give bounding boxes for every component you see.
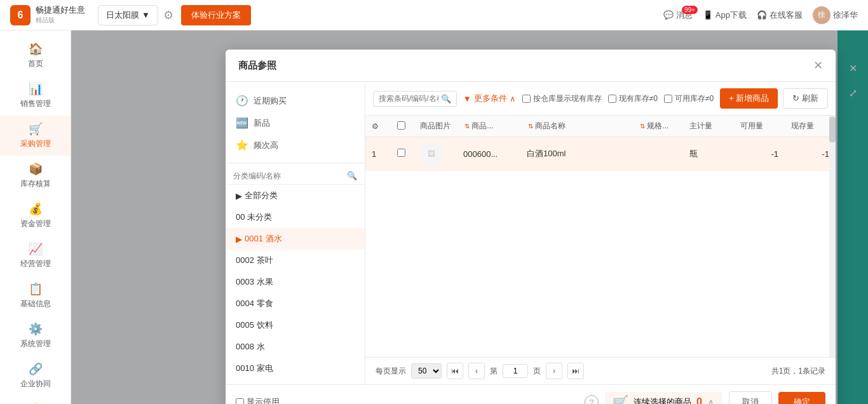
warehouse-label: 按仓库显示现有库存 [533,93,602,104]
sidebar-item-guide[interactable]: 🌟 新手引导 [0,396,71,404]
cat-item-6[interactable]: 0008 水 [226,336,365,358]
usable-ne0-checkbox-label[interactable]: 可用库存≠0 [664,93,714,104]
logo-area: 6 畅捷通好生意 精品版 [10,5,85,25]
online-service-nav-item[interactable]: 🎧 在线客服 [757,10,803,21]
warehouse-checkbox-label[interactable]: 按仓库显示现有库存 [522,93,602,104]
last-page-button[interactable]: ⏭ [567,363,584,379]
online-service-label: 在线客服 [770,10,803,21]
recent-purchase-item[interactable]: 🕐 近期购买 [226,90,365,112]
next-page-button[interactable]: › [546,363,562,379]
usable-ne0-checkbox[interactable] [664,95,672,103]
sort-icon-spec: ⇅ [640,123,645,130]
help-icon[interactable]: ? [585,395,599,404]
add-product-button[interactable]: + 新增商品 [720,88,778,109]
per-page-select[interactable]: 50 [411,363,442,379]
sidebar-item-finance[interactable]: 💰 资金管理 [0,196,71,236]
cat-item-7[interactable]: 0010 家电 [226,358,365,379]
usable-ne0-label: 可用库存≠0 [675,93,714,104]
col-header-setting[interactable]: ⚙ [365,116,391,137]
category-search-input[interactable] [233,172,343,180]
table-row[interactable]: 1 🖼 000600... [365,137,836,171]
sidebar-item-home[interactable]: 🏠 首页 [0,36,71,76]
cat-item-1[interactable]: ▶ 0001 酒水 [226,228,365,250]
top-nav: 6 畅捷通好生意 精品版 日太阳膜 ▼ ⚙ 体验行业方案 💬 消息 99+ 📱 … [0,0,868,30]
row-checkbox[interactable] [397,149,405,157]
new-product-item[interactable]: 🆕 新品 [226,112,365,134]
message-nav-item[interactable]: 💬 消息 99+ [663,10,693,21]
high-frequency-item[interactable]: ⭐ 频次高 [226,134,365,156]
col-header-name[interactable]: ⇅ 商品名称 [520,116,632,137]
col-available-label: 可用量 [740,121,763,130]
sidebar-label-sales: 销售管理 [20,98,51,109]
cancel-button[interactable]: 取消 [729,391,772,404]
system-icon: ⚙️ [29,322,43,336]
sidebar-item-purchase[interactable]: 🛒 采购管理 [0,116,71,156]
nav-selector[interactable]: 日太阳膜 ▼ [98,5,158,25]
cat-item-4[interactable]: 0004 零食 [226,293,365,314]
finance-icon: 💰 [29,202,43,216]
col-code-label: 商品... [471,121,493,130]
content-area: 商品参照 ✕ 🕐 近期购买 🆕 新品 [71,30,868,404]
display-disabled-label[interactable]: 显示停用 [236,396,280,404]
arrow-icon: ▶ [236,191,242,201]
cat-item-all[interactable]: ▶ 全部分类 [226,185,365,206]
row-code: 000600... [457,137,520,171]
user-nav[interactable]: 徐 徐泽华 [813,6,858,24]
col-header-available[interactable]: 可用量 [734,116,785,137]
cat-item-3[interactable]: 0003 水果 [226,271,365,293]
per-page-label: 每页显示 [376,366,406,377]
display-disabled-checkbox[interactable] [236,398,244,405]
refresh-button[interactable]: ↻ 刷新 [783,88,828,109]
cat-item-2[interactable]: 0002 茶叶 [226,250,365,271]
product-search-input[interactable] [379,94,438,103]
product-search-box[interactable]: 🔍 [373,91,457,107]
sidebar-item-sales[interactable]: 📊 销售管理 [0,76,71,116]
cat-item-5[interactable]: 0005 饮料 [226,314,365,336]
warehouse-checkbox[interactable] [522,95,531,103]
settings-icon: ⚙ [372,122,379,131]
cat-item-0[interactable]: 00 未分类 [226,206,365,228]
cart-count: 0 [696,396,702,404]
modal-footer: 显示停用 ? 🛒 连续选择的商品 0 ∧ 取消 确定 [226,384,836,404]
sidebar-item-basic-info[interactable]: 📋 基础信息 [0,276,71,316]
modal-close-button[interactable]: ✕ [813,58,823,72]
col-header-stock[interactable]: 现存量 [785,116,836,137]
category-list: ▶ 全部分类 00 未分类 ▶ 0001 酒水 0002 茶叶 [226,185,365,379]
sidebar-item-enterprise[interactable]: 🔗 企业协同 [0,356,71,396]
sidebar-label-home: 首页 [28,58,43,69]
row-img: 🖼 [414,137,457,171]
gear-icon[interactable]: ⚙ [163,8,173,22]
chevron-down-icon: ▼ [142,10,150,20]
col-spec-label: 规格... [647,121,668,130]
logo-icon: 6 [10,5,31,25]
page-number-input[interactable] [503,364,528,378]
col-header-unit[interactable]: 主计量 [683,116,734,137]
highlight-nav-button[interactable]: 体验行业方案 [181,5,251,25]
row-check[interactable] [391,137,414,171]
col-header-img[interactable]: 商品图片 [414,116,457,137]
sidebar-item-system[interactable]: ⚙️ 系统管理 [0,316,71,356]
confirm-button[interactable]: 确定 [778,392,825,404]
collapse-icon[interactable]: ∧ [707,396,715,405]
col-header-code[interactable]: ⇅ 商品... [457,116,520,137]
table-scrollbar[interactable] [829,116,836,357]
cat-label-0: 00 未分类 [236,212,272,223]
available-ne0-checkbox-label[interactable]: 现有库存≠0 [608,93,658,104]
available-ne0-checkbox[interactable] [608,95,616,103]
scrollbar-thumb[interactable] [829,117,836,142]
image-icon: 🖼 [428,149,435,158]
app-download-nav-item[interactable]: 📱 App下载 [703,10,747,21]
sidebar-item-inventory[interactable]: 📦 库存核算 [0,156,71,196]
col-header-check[interactable] [391,116,414,137]
sidebar-item-business[interactable]: 📈 经营管理 [0,236,71,276]
search-icon[interactable]: 🔍 [441,94,451,104]
cat-label-all: 全部分类 [245,190,278,201]
first-page-button[interactable]: ⏮ [447,363,463,379]
prev-page-button[interactable]: ‹ [468,363,485,379]
business-icon: 📈 [29,242,43,256]
sort-icon-name: ⇅ [528,123,533,130]
filter-button[interactable]: ▼ 更多条件 ∧ [463,93,516,104]
cat-search-icon[interactable]: 🔍 [347,171,357,180]
select-all-checkbox[interactable] [397,121,405,130]
col-header-spec[interactable]: ⇅ 规格... [632,116,683,137]
